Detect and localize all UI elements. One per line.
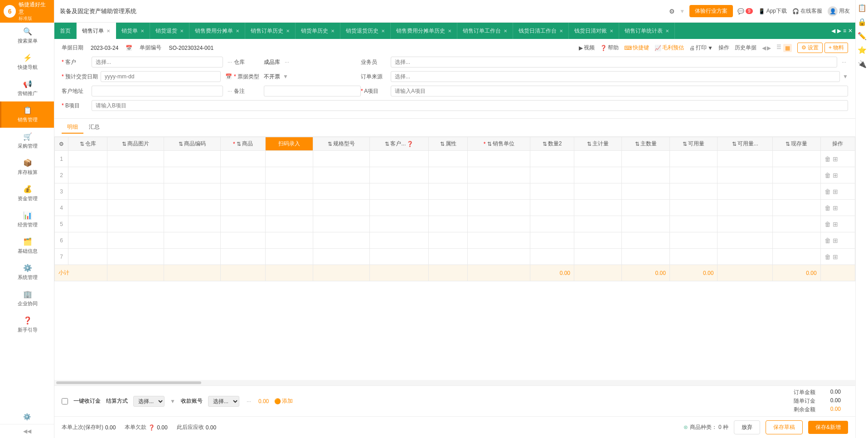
remarks-input[interactable]	[264, 86, 361, 96]
row-4-copy-icon[interactable]: ⊞	[833, 204, 838, 212]
row-5-copy-icon[interactable]: ⊞	[833, 221, 838, 228]
row-4-customer-code[interactable]	[370, 200, 429, 216]
th-scan[interactable]: 扫码录入	[265, 137, 313, 151]
row-4-attributes[interactable]	[429, 200, 468, 216]
delivery-calendar-icon[interactable]: 📅	[223, 73, 234, 80]
tab-close-sales-refund[interactable]: ✕	[180, 29, 184, 34]
profit-action[interactable]: 📈 毛利预估	[655, 44, 684, 52]
row-6-qty2[interactable]	[530, 232, 574, 249]
product-name-sort[interactable]: ⇅ 商品	[237, 140, 253, 148]
operate-action[interactable]: 操作	[718, 44, 729, 52]
sidebar-item-finance[interactable]: 💰 资金管理	[0, 180, 54, 207]
sidebar-item-system[interactable]: ⚙️ 系统管理	[0, 259, 54, 285]
save-draft-btn[interactable]: 保存草稿	[766, 420, 803, 434]
tab-close-daily-workbench[interactable]: ✕	[559, 29, 563, 34]
payment-method-select[interactable]: 选择...	[133, 396, 165, 407]
row-2-available[interactable]	[669, 167, 717, 183]
receipt-account-more-icon[interactable]: ···	[245, 398, 253, 404]
row-4-available[interactable]	[669, 200, 717, 216]
row-6-available2[interactable]	[718, 232, 773, 249]
row-4-scan[interactable]	[265, 200, 313, 216]
sidebar-item-guide[interactable]: ❓ 新手引导	[0, 312, 54, 338]
row-6-attributes[interactable]	[429, 232, 468, 249]
row-6-main-unit[interactable]	[574, 232, 622, 249]
tab-close-expense-split[interactable]: ✕	[236, 29, 239, 34]
row-5-sales-unit[interactable]	[468, 216, 530, 232]
row-2-current-stock[interactable]	[773, 167, 820, 183]
row-5-customer-code[interactable]	[370, 216, 429, 232]
row-4-delete-icon[interactable]: 🗑	[824, 204, 831, 212]
row-4-spec[interactable]	[313, 200, 370, 216]
available-sort[interactable]: ⇅ 可用量	[683, 140, 704, 148]
row-1-product-code[interactable]	[164, 151, 220, 167]
a-project-input[interactable]	[391, 86, 848, 96]
row-2-product-name[interactable]	[220, 167, 265, 183]
customer-code-help-icon[interactable]: ❓	[407, 141, 413, 147]
row-2-main-unit[interactable]	[574, 167, 622, 183]
row-6-spec[interactable]	[313, 232, 370, 249]
tab-sales-order[interactable]: 销售订单 ✕	[77, 23, 116, 39]
order-source-input[interactable]	[391, 71, 840, 82]
row-1-available2[interactable]	[718, 151, 773, 167]
row-3-customer-code[interactable]	[370, 183, 429, 200]
row-5-product-image[interactable]	[107, 216, 164, 232]
row-5-warehouse[interactable]	[68, 216, 107, 232]
tab-close-all-icon[interactable]: ✕	[848, 28, 853, 34]
row-7-attributes[interactable]	[429, 249, 468, 265]
row-1-attributes[interactable]	[429, 151, 468, 167]
row-2-qty2[interactable]	[530, 167, 574, 183]
list-view-icon[interactable]: ☰	[776, 44, 781, 52]
address-input[interactable]	[92, 86, 223, 96]
row-3-main-unit[interactable]	[574, 183, 622, 200]
address-more-icon[interactable]: ···	[226, 88, 234, 94]
row-7-product-name[interactable]	[220, 249, 265, 265]
sidebar-item-sales[interactable]: 📋 销售管理	[0, 101, 54, 128]
row-3-delete-icon[interactable]: 🗑	[824, 188, 831, 195]
row-6-product-name[interactable]	[220, 232, 265, 249]
row-2-attributes[interactable]	[429, 167, 468, 183]
tab-sales-order-history[interactable]: 销售订单历史 ✕	[245, 23, 296, 39]
row-6-customer-code[interactable]	[370, 232, 429, 249]
prev-record-icon[interactable]: ◀	[762, 45, 766, 51]
b-project-input[interactable]	[92, 100, 848, 111]
row-5-spec[interactable]	[313, 216, 370, 232]
view-action[interactable]: ▶ 视频	[579, 44, 595, 52]
row-3-warehouse[interactable]	[68, 183, 107, 200]
tab-close-sales-order[interactable]: ✕	[107, 29, 110, 34]
row-3-copy-icon[interactable]: ⊞	[833, 188, 838, 195]
row-7-sales-unit[interactable]	[468, 249, 530, 265]
row-5-scan[interactable]	[265, 216, 313, 232]
row-6-scan[interactable]	[265, 232, 313, 249]
tab-close-sales-summary[interactable]: ✕	[665, 29, 669, 34]
row-2-delete-icon[interactable]: 🗑	[824, 172, 831, 179]
row-4-qty2[interactable]	[530, 200, 574, 216]
row-1-main-unit[interactable]	[574, 151, 622, 167]
row-3-product-name[interactable]	[220, 183, 265, 200]
row-6-copy-icon[interactable]: ⊞	[833, 237, 838, 244]
row-2-main-qty[interactable]	[622, 167, 669, 183]
tab-prev-icon[interactable]: ◀	[831, 28, 835, 34]
tab-close-sales-return[interactable]: ✕	[141, 29, 144, 34]
tab-sales-return-history[interactable]: 销货单历史 ✕	[296, 23, 340, 39]
row-5-available2[interactable]	[718, 216, 773, 232]
row-3-spec[interactable]	[313, 183, 370, 200]
row-4-product-image[interactable]	[107, 200, 164, 216]
customer-code-sort[interactable]: ⇅ 客户... ❓	[385, 140, 413, 148]
row-5-product-name[interactable]	[220, 216, 265, 232]
right-panel-icon-4[interactable]: ⭐	[858, 46, 867, 54]
row-6-main-qty[interactable]	[622, 232, 669, 249]
row-5-delete-icon[interactable]: 🗑	[824, 221, 831, 228]
row-2-product-code[interactable]	[164, 167, 220, 183]
available2-sort[interactable]: ⇅ 可用量...	[732, 140, 758, 148]
tab-sales-refund-history[interactable]: 销货退货历史 ✕	[340, 23, 391, 39]
print-action[interactable]: 🖨 打印 ▼	[689, 44, 713, 52]
one-click-checkbox[interactable]	[62, 398, 68, 404]
row-6-warehouse[interactable]	[68, 232, 107, 249]
row-7-main-unit[interactable]	[574, 249, 622, 265]
product-code-sort[interactable]: ⇅ 商品编码	[179, 140, 206, 148]
column-settings-icon[interactable]: ⚙	[59, 141, 64, 147]
next-record-icon[interactable]: ▶	[767, 45, 771, 51]
row-1-spec[interactable]	[313, 151, 370, 167]
row-7-main-qty[interactable]	[622, 249, 669, 265]
tab-daily-clear-account[interactable]: 钱货日清对账 ✕	[569, 23, 619, 39]
